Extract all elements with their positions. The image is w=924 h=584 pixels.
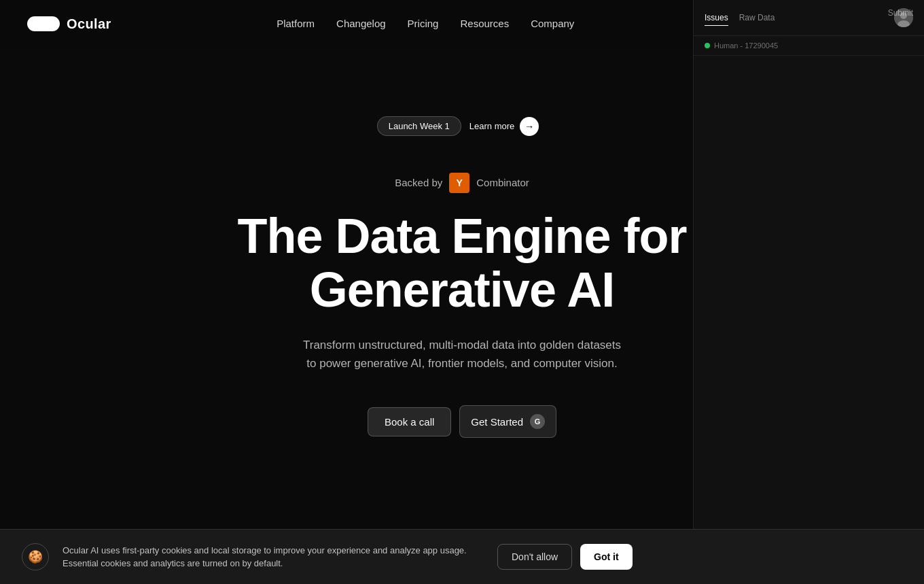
get-started-hero-button[interactable]: Get Started G — [459, 405, 556, 438]
nav-item-changelog[interactable]: Changelog — [336, 18, 386, 30]
brand-name: Ocular — [67, 16, 111, 32]
combinator-text: Combinator — [476, 177, 529, 188]
got-it-button[interactable]: Got it — [580, 544, 633, 570]
cookie-actions: Don't allow Got it — [497, 544, 633, 570]
hero-title-line2: Generative AI — [310, 262, 615, 317]
yc-badge: Backed by Y Combinator — [395, 173, 529, 193]
hero-title-line1: The Data Engine for — [237, 209, 686, 263]
hero-ctas: Book a call Get Started G — [368, 405, 556, 438]
launch-badge: Launch Week 1 Learn more → — [377, 113, 548, 140]
arrow-right-icon: → — [520, 117, 539, 136]
side-panel: Issues Raw Data Submit Human - 17290045 — [693, 0, 924, 584]
hero-title: The Data Engine for Generative AI — [237, 209, 686, 317]
book-call-button[interactable]: Book a call — [368, 407, 451, 436]
panel-header: Issues Raw Data Submit — [694, 0, 924, 36]
nav-links: Platform Changelog Pricing Resources Com… — [277, 18, 574, 30]
launch-week-label: Launch Week 1 — [377, 116, 461, 136]
panel-submit-label[interactable]: Submit — [888, 8, 913, 18]
nav-item-pricing[interactable]: Pricing — [408, 18, 439, 30]
hero-subtitle: Transform unstructured, multi-modal data… — [303, 336, 621, 373]
green-dot-icon — [705, 43, 710, 48]
hero-avatar: G — [530, 414, 545, 429]
tab-raw-data[interactable]: Raw Data — [739, 10, 775, 26]
dont-allow-button[interactable]: Don't allow — [497, 544, 572, 570]
cookie-icon: 🍪 — [22, 543, 49, 570]
learn-more-label[interactable]: Learn more → — [461, 113, 547, 140]
yc-logo: Y — [449, 173, 469, 193]
nav-item-platform[interactable]: Platform — [277, 18, 315, 30]
nav-item-resources[interactable]: Resources — [460, 18, 509, 30]
panel-human-tag: Human - 17290045 — [694, 36, 924, 56]
nav-item-company[interactable]: Company — [531, 18, 574, 30]
cookie-banner: 🍪 Ocular AI uses first-party cookies and… — [0, 529, 924, 584]
panel-tabs: Issues Raw Data — [705, 10, 775, 26]
cookie-text: Ocular AI uses first-party cookies and l… — [63, 544, 484, 570]
tab-issues[interactable]: Issues — [705, 10, 728, 26]
brand-logo[interactable]: Ocular — [27, 16, 111, 32]
backed-by-text: Backed by — [395, 177, 442, 188]
logo-pill-icon — [27, 16, 60, 31]
